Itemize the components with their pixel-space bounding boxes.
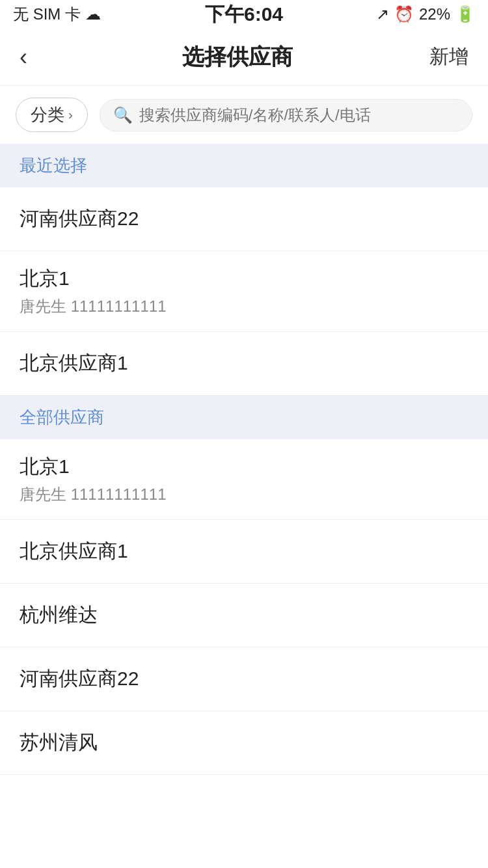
supplier-name: 河南供应商22	[20, 206, 468, 232]
recent-list: 河南供应商22北京1唐先生 11111111111北京供应商1	[0, 187, 488, 396]
list-item[interactable]: 北京供应商1	[0, 520, 488, 584]
supplier-name: 杭州维达	[20, 602, 468, 629]
status-bar: 无 SIM 卡 ☁ 下午6:04 ↗ ⏰ 22% 🔋	[0, 0, 488, 29]
add-button[interactable]: 新增	[416, 44, 468, 70]
nav-bar: ‹ 选择供应商 新增	[0, 29, 488, 86]
alarm-icon: ⏰	[394, 5, 414, 23]
all-section-header: 全部供应商	[0, 396, 488, 439]
list-item[interactable]: 苏州清风	[0, 711, 488, 775]
supplier-name: 北京1	[20, 265, 468, 292]
status-left: 无 SIM 卡 ☁	[13, 4, 101, 25]
back-button[interactable]: ‹	[20, 44, 59, 71]
supplier-sub: 唐先生 11111111111	[20, 484, 468, 505]
list-item[interactable]: 北京1唐先生 11111111111	[0, 439, 488, 520]
search-box[interactable]: 🔍	[100, 99, 472, 131]
supplier-name: 河南供应商22	[20, 666, 468, 692]
category-label: 分类	[31, 103, 64, 126]
supplier-name: 北京1	[20, 454, 468, 480]
filter-bar: 分类 › 🔍	[0, 86, 488, 144]
battery-status: 22%	[419, 5, 450, 23]
battery-icon: 🔋	[455, 5, 475, 23]
supplier-name: 北京供应商1	[20, 350, 468, 377]
list-item[interactable]: 北京供应商1	[0, 332, 488, 396]
recent-section-header: 最近选择	[0, 144, 488, 187]
list-item[interactable]: 杭州维达	[0, 584, 488, 647]
category-filter[interactable]: 分类 ›	[16, 98, 88, 132]
list-item[interactable]: 河南供应商22	[0, 647, 488, 711]
location-icon: ↗	[376, 5, 389, 23]
list-item[interactable]: 河南供应商22	[0, 187, 488, 251]
list-item[interactable]: 北京1唐先生 11111111111	[0, 251, 488, 332]
supplier-name: 苏州清风	[20, 729, 468, 756]
search-icon: 🔍	[113, 106, 133, 124]
sim-status: 无 SIM 卡 ☁	[13, 4, 101, 25]
status-right: ↗ ⏰ 22% 🔋	[376, 5, 475, 23]
chevron-icon: ›	[68, 107, 73, 122]
search-input[interactable]	[139, 106, 459, 124]
all-list: 北京1唐先生 11111111111北京供应商1杭州维达河南供应商22苏州清风	[0, 439, 488, 775]
page-title: 选择供应商	[182, 42, 293, 72]
supplier-sub: 唐先生 11111111111	[20, 296, 468, 317]
status-time: 下午6:04	[205, 1, 283, 28]
supplier-name: 北京供应商1	[20, 538, 468, 565]
